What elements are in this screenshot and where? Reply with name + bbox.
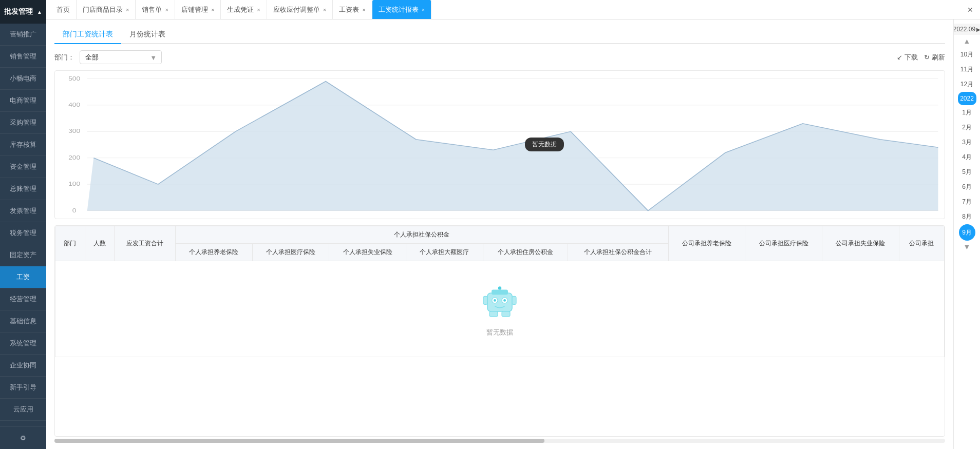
sidebar-item-经营管理[interactable]: 经营管理: [0, 288, 46, 310]
month-5月[interactable]: 5月: [961, 165, 973, 180]
refresh-button[interactable]: ↻ 刷新: [924, 53, 945, 62]
dept-select-wrapper: 全部 ▼: [80, 50, 162, 64]
chart-svg: 0 100 200 300 400 500: [55, 71, 945, 219]
sidebar-item-企业协同[interactable]: 企业协同: [0, 355, 46, 377]
col-pension-personal: 个人承担养老保险: [176, 244, 253, 261]
refresh-icon: ↻: [924, 53, 930, 61]
active-month[interactable]: 9月: [959, 224, 975, 241]
download-button[interactable]: ↙ 下载: [897, 53, 918, 62]
tab-应收应付调整单[interactable]: 应收应付调整单×: [267, 0, 333, 19]
date-panel-year[interactable]: 2022.09 ▶: [954, 24, 980, 35]
main-area: 首页门店商品目录×销售单×店铺管理×生成凭证×应收应付调整单×工资表×工资统计报…: [46, 0, 980, 449]
content-area: 部门工资统计表 月份统计表 部门： 全部 ▼ ↙: [46, 19, 980, 449]
tab-工资统计报表[interactable]: 工资统计报表×: [372, 0, 431, 19]
tab-工资表[interactable]: 工资表×: [333, 0, 372, 19]
tab-首页[interactable]: 首页: [50, 0, 77, 19]
svg-text:200: 200: [68, 154, 80, 161]
sidebar-item-系统管理[interactable]: 系统管理: [0, 333, 46, 355]
sidebar-item-税务管理[interactable]: 税务管理: [0, 222, 46, 244]
tab-close-icon[interactable]: ×: [362, 7, 365, 13]
tab-bar: 首页门店商品目录×销售单×店铺管理×生成凭证×应收应付调整单×工资表×工资统计报…: [46, 0, 980, 19]
svg-rect-22: [502, 311, 510, 317]
sidebar-item-资金管理[interactable]: 资金管理: [0, 156, 46, 178]
sidebar-item-销售管理[interactable]: 销售管理: [0, 46, 46, 68]
svg-text:300: 300: [68, 128, 80, 135]
svg-point-19: [494, 299, 496, 302]
col-company-more: 公司承担: [899, 226, 944, 261]
sidebar-item-新手引导[interactable]: 新手引导: [0, 377, 46, 399]
tab-label: 店铺管理: [181, 5, 208, 14]
sub-tab-month[interactable]: 月份统计表: [121, 26, 174, 44]
month-12月[interactable]: 12月: [959, 77, 974, 92]
sidebar-item-工资[interactable]: 工资: [0, 266, 46, 288]
sidebar-arrow-icon: ▲: [37, 9, 42, 15]
month-10月[interactable]: 10月: [959, 47, 974, 62]
tab-close-icon[interactable]: ×: [126, 7, 129, 13]
sidebar-item-基础信息[interactable]: 基础信息: [0, 310, 46, 333]
month-2月[interactable]: 2月: [961, 120, 973, 135]
settings-icon: ⚙: [20, 434, 26, 442]
tab-店铺管理[interactable]: 店铺管理×: [175, 0, 221, 19]
svg-rect-12: [487, 293, 512, 311]
sidebar-item-固定资产[interactable]: 固定资产: [0, 244, 46, 266]
tab-close-icon[interactable]: ×: [257, 7, 260, 13]
toolbar: 部门： 全部 ▼ ↙ 下载 ↻ 刷新: [54, 50, 945, 64]
table-scrollbar[interactable]: [54, 439, 945, 443]
right-date-panel: 2022.09 ▶ ▲ 10月11月12月 2022 1月2月3月4月5月6月7…: [953, 19, 980, 449]
panel-down-arrow[interactable]: ▼: [962, 241, 973, 253]
dept-label: 部门：: [54, 53, 74, 62]
sidebar-item-发票管理[interactable]: 发票管理: [0, 200, 46, 222]
chart-area: 0 100 200 300 400 500: [54, 70, 945, 219]
sidebar-item-云应用[interactable]: 云应用: [0, 399, 46, 421]
tab-close-icon[interactable]: ×: [323, 7, 326, 13]
col-unemployment-personal: 个人承担失业保险: [329, 244, 406, 261]
sidebar-item-库存核算[interactable]: 库存核算: [0, 134, 46, 156]
svg-text:0: 0: [72, 207, 77, 214]
sidebar-footer-settings[interactable]: ⚙: [0, 426, 46, 449]
sidebar-item-总账管理[interactable]: 总账管理: [0, 178, 46, 200]
col-medical-company: 公司承担医疗保险: [745, 226, 822, 261]
month-8月[interactable]: 8月: [961, 209, 973, 224]
tab-close-icon[interactable]: ×: [211, 7, 214, 13]
month-4月[interactable]: 4月: [961, 150, 973, 165]
refresh-label: 刷新: [932, 53, 945, 62]
sub-tab-dept[interactable]: 部门工资统计表: [54, 26, 121, 44]
col-group-personal: 个人承担社保公积金: [176, 226, 668, 244]
month-11月[interactable]: 11月: [959, 62, 974, 77]
col-total-personal: 个人承担社保公积金合计: [568, 244, 668, 261]
svg-point-20: [503, 299, 506, 302]
toolbar-left: 部门： 全部 ▼: [54, 50, 162, 64]
year-collapse-icon: ▶: [976, 27, 980, 32]
month-7月[interactable]: 7月: [961, 194, 973, 209]
empty-state-icon: [479, 281, 520, 322]
tab-生成凭证[interactable]: 生成凭证×: [221, 0, 267, 19]
svg-text:400: 400: [68, 102, 80, 108]
close-all-tabs-button[interactable]: ✕: [965, 4, 976, 15]
sidebar-item-营销推广[interactable]: 营销推广: [0, 24, 46, 46]
table-area[interactable]: 部门 人数 应发工资合计 个人承担社保公积金 公司承担养老保险 公司承担医疗保险…: [54, 225, 945, 437]
tab-close-icon[interactable]: ×: [422, 7, 425, 13]
col-count: 人数: [85, 226, 115, 261]
chart-no-data-tooltip: 暂无数据: [525, 138, 564, 151]
col-major-illness: 个人承担大额医疗: [406, 244, 483, 261]
col-housing-personal: 个人承担住房公积金: [483, 244, 568, 261]
tab-销售单[interactable]: 销售单×: [136, 0, 175, 19]
tab-close-icon[interactable]: ×: [165, 7, 168, 13]
sidebar-header[interactable]: 批发管理 ▲: [0, 0, 46, 24]
sidebar-item-小畅电商[interactable]: 小畅电商: [0, 68, 46, 90]
sidebar-item-采购管理[interactable]: 采购管理: [0, 112, 46, 134]
dept-select[interactable]: 全部: [80, 50, 162, 64]
svg-text:100: 100: [68, 181, 80, 187]
month-1月[interactable]: 1月: [961, 105, 973, 120]
col-unemployment-company: 公司承担失业保险: [822, 226, 899, 261]
year-badge[interactable]: 2022: [958, 92, 976, 105]
month-3月[interactable]: 3月: [961, 135, 973, 150]
empty-text: 暂无数据: [486, 328, 513, 337]
month-6月[interactable]: 6月: [961, 180, 973, 194]
download-label: 下载: [904, 53, 918, 62]
data-table: 部门 人数 应发工资合计 个人承担社保公积金 公司承担养老保险 公司承担医疗保险…: [55, 226, 945, 357]
tab-门店商品目录[interactable]: 门店商品目录×: [77, 0, 136, 19]
panel-up-arrow[interactable]: ▲: [962, 35, 973, 47]
sidebar-item-电商管理[interactable]: 电商管理: [0, 90, 46, 112]
tab-label: 工资表: [339, 5, 359, 14]
